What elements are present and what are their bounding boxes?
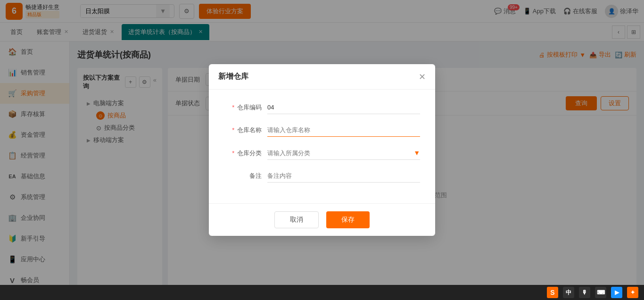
category-label: * 仓库分类 bbox=[224, 149, 262, 158]
name-input[interactable] bbox=[267, 124, 420, 137]
form-row-category: * 仓库分类 ▼ bbox=[224, 146, 420, 160]
status-play-icon[interactable]: ▶ bbox=[611, 287, 622, 298]
save-button[interactable]: 保存 bbox=[326, 211, 370, 228]
form-row-name: * 仓库名称 bbox=[224, 124, 420, 137]
modal-body: * 仓库编码 * 仓库名称 * 仓库分类 bbox=[209, 90, 435, 203]
status-s-icon[interactable]: S bbox=[547, 287, 558, 298]
form-row-code: * 仓库编码 bbox=[224, 101, 420, 114]
status-bar: S 中 🎙 ⌨ ▶ ✦ bbox=[0, 285, 644, 300]
status-zh-icon[interactable]: 中 bbox=[563, 287, 574, 298]
form-row-remark: 备注 bbox=[224, 169, 420, 183]
name-required-star: * bbox=[232, 126, 234, 133]
category-input[interactable] bbox=[267, 150, 413, 157]
category-select-row[interactable]: ▼ bbox=[267, 146, 420, 160]
category-dropdown-icon[interactable]: ▼ bbox=[413, 149, 420, 157]
code-input[interactable] bbox=[267, 101, 420, 114]
modal-close-btn[interactable]: ✕ bbox=[419, 73, 426, 81]
category-required-star: * bbox=[232, 150, 234, 157]
remark-input[interactable] bbox=[267, 169, 420, 183]
cancel-button[interactable]: 取消 bbox=[274, 211, 319, 228]
add-warehouse-modal: 新增仓库 ✕ * 仓库编码 * 仓库名称 bbox=[209, 64, 435, 236]
status-star-icon[interactable]: ✦ bbox=[627, 287, 638, 298]
code-required-star: * bbox=[232, 104, 234, 111]
modal-overlay[interactable]: 新增仓库 ✕ * 仓库编码 * 仓库名称 bbox=[0, 0, 644, 300]
status-keyboard-icon[interactable]: ⌨ bbox=[595, 287, 606, 298]
code-label: * 仓库编码 bbox=[224, 103, 262, 112]
status-mic-icon[interactable]: 🎙 bbox=[579, 287, 590, 298]
modal-title: 新增仓库 bbox=[218, 72, 248, 82]
modal-footer: 取消 保存 bbox=[209, 203, 435, 236]
remark-label: 备注 bbox=[224, 172, 262, 180]
name-label: * 仓库名称 bbox=[224, 126, 262, 134]
modal-header: 新增仓库 ✕ bbox=[209, 64, 435, 90]
